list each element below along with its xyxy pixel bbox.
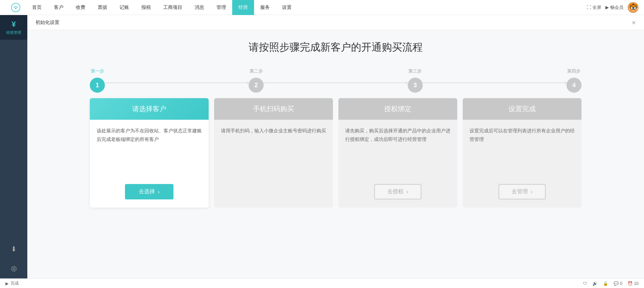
card2-body: 请用手机扫码，输入小微企业主账号密码进行购买 (214, 120, 333, 199)
card3-header: 授权绑定 (338, 98, 457, 120)
arrow-icon-4: › (531, 189, 532, 195)
card4-body: 设置完成后可以在管理列表进行所有企业用户的经营管理 (463, 120, 582, 184)
connector-1-2: › (105, 68, 249, 86)
fullscreen-button[interactable]: ⛶ 全屏 (587, 4, 601, 11)
go-authorize-button[interactable]: 去授权 › (374, 184, 421, 199)
top-navigation: 首页 客户 收费 票据 记账 报税 工商项目 消息 管理 经营 服务 设置 ⛶ … (0, 0, 644, 15)
step3-circle: 3 (408, 78, 423, 93)
svg-point-1 (15, 8, 16, 9)
step-card-2: 手机扫码购买 请用手机扫码，输入小微企业主账号密码进行购买 (214, 98, 333, 208)
step-card-4: 设置完成 设置完成后可以在管理列表进行所有企业用户的经营管理 去管理 › (463, 98, 582, 208)
step4-circle: 4 (566, 78, 582, 93)
nav-manage[interactable]: 管理 (210, 0, 232, 15)
step1-circle: 1 (90, 78, 105, 93)
nav-fee[interactable]: 收费 (70, 0, 92, 15)
connector-3-4: › (423, 68, 566, 86)
go-manage-button[interactable]: 去管理 › (499, 184, 545, 199)
nav-ticket[interactable]: 票据 (92, 0, 113, 15)
connector-2-3: › (264, 68, 407, 86)
sidebar: ¥ 经营管理 ⬇ ◎ (0, 15, 27, 278)
arrow-icon-3: › (406, 189, 408, 195)
volume-icon: 🔊 (592, 281, 598, 286)
page-title: 初始化设置 (36, 19, 59, 26)
nav-account[interactable]: 记账 (113, 0, 135, 15)
message-count: 💬 0 (614, 281, 622, 286)
shield-icon: 🛡 (583, 281, 587, 286)
sidebar-bottom: ⬇ ◎ (0, 240, 27, 278)
step1-label: 第一步 (91, 68, 104, 74)
svg-point-0 (11, 3, 20, 12)
wizard-container: 请按照步骤完成新客户的开通购买流程 第一步 1 › 第二步 2 (27, 30, 644, 278)
status-bar-right: 🛡 🔊 🔒 💬 0 ⏰ 10 (583, 281, 639, 286)
step-card-1: 请选择客户 该处展示的客户为不在回收站、客户状态正常建账后完成老板端绑定的所有客… (90, 98, 209, 208)
play-icon: ▶ (605, 5, 609, 10)
nav-customer[interactable]: 客户 (48, 0, 70, 15)
fullscreen-icon: ⛶ (587, 5, 591, 10)
sidebar-support[interactable]: ◎ (0, 259, 27, 278)
nav-home[interactable]: 首页 (26, 0, 48, 15)
nav-tax[interactable]: 报税 (135, 0, 157, 15)
nav-business[interactable]: 工商项目 (157, 0, 188, 15)
close-button[interactable]: × (632, 19, 636, 26)
sidebar-download[interactable]: ⬇ (0, 240, 27, 259)
sidebar-label-operation: 经营管理 (6, 30, 21, 35)
main-layout: ¥ 经营管理 ⬇ ◎ 初始化设置 × 请按照步骤完成新客户的开通购买流程 (0, 15, 644, 278)
nav-message[interactable]: 消息 (188, 0, 210, 15)
card3-body: 请先购买，购买后选择开通的产品中的企业用户进行授权绑定，成功后即可进行经营管理 (338, 120, 457, 184)
user-avatar[interactable]: 🐯 (628, 2, 639, 13)
yen-icon: ¥ (12, 20, 16, 29)
step3-label: 第三步 (408, 68, 422, 74)
nav-service[interactable]: 服务 (254, 0, 276, 15)
card4-footer: 去管理 › (463, 184, 582, 199)
wizard-headline: 请按照步骤完成新客户的开通购买流程 (249, 40, 423, 54)
clock-icon: ⏰ 10 (628, 281, 639, 286)
lock-icon: 🔒 (603, 281, 608, 286)
card4-header: 设置完成 (463, 98, 582, 120)
go-select-button[interactable]: 去选择 › (125, 184, 173, 199)
step2-circle: 2 (249, 78, 264, 93)
arrow-icon-1: › (158, 189, 159, 195)
app-logo (5, 3, 26, 12)
status-bar: ▶ 完成 🛡 🔊 🔒 💬 0 ⏰ 10 (0, 278, 644, 288)
page-header: 初始化设置 × (27, 15, 644, 30)
status-text: 完成 (11, 280, 19, 286)
nav-operation[interactable]: 经营 (232, 0, 254, 15)
card2-header: 手机扫码购买 (214, 98, 333, 120)
play-status-icon: ▶ (5, 281, 9, 286)
download-icon: ⬇ (11, 245, 17, 253)
card1-footer: 去选择 › (90, 184, 209, 199)
card3-footer: 去授权 › (338, 184, 457, 199)
cards-row: 请选择客户 该处展示的客户为不在回收站、客户状态正常建账后完成老板端绑定的所有客… (90, 98, 582, 208)
sidebar-item-operation[interactable]: ¥ 经营管理 (0, 15, 27, 40)
card1-body: 该处展示的客户为不在回收站、客户状态正常建账后完成老板端绑定的所有客户 (90, 120, 209, 184)
nav-settings[interactable]: 设置 (276, 0, 298, 15)
content-area: 初始化设置 × 请按照步骤完成新客户的开通购买流程 第一步 1 › (27, 15, 644, 278)
support-icon: ◎ (11, 264, 17, 272)
step4-label: 第四步 (567, 68, 580, 74)
nav-items: 首页 客户 收费 票据 记账 报税 工商项目 消息 管理 经营 服务 设置 (26, 0, 587, 15)
card1-header: 请选择客户 (90, 98, 209, 120)
step-card-3: 授权绑定 请先购买，购买后选择开通的产品中的企业用户进行授权绑定，成功后即可进行… (338, 98, 457, 208)
step2-label: 第二步 (250, 68, 263, 74)
nav-right: ⛶ 全屏 ▶ 畅会员 🐯 (587, 2, 639, 13)
member-button[interactable]: ▶ 畅会员 (605, 4, 624, 11)
